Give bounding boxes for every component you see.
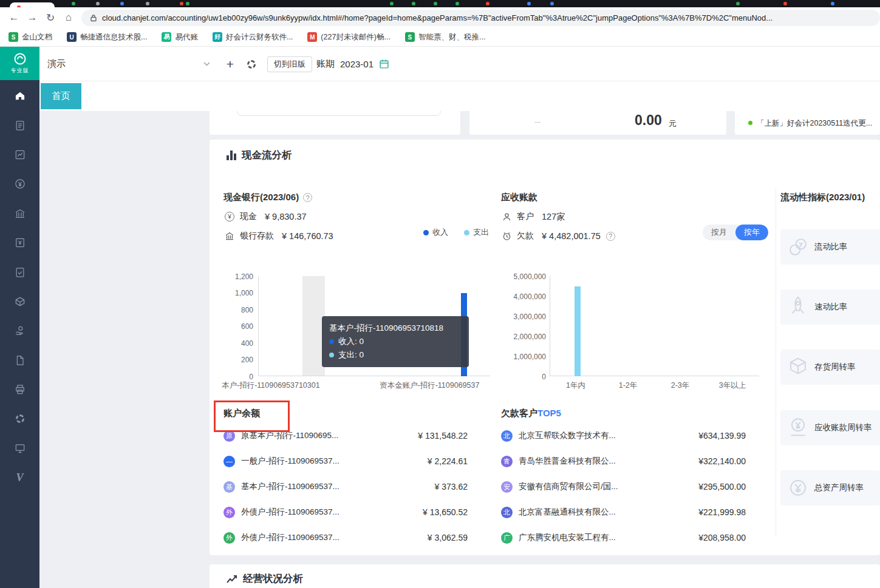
tab-favicon-dot[interactable] xyxy=(783,2,787,5)
chart-tooltip: 基本户-招行-110906953710818 收入: 0 支出: 0 xyxy=(322,316,469,367)
expense-dot-icon xyxy=(329,353,334,357)
sidebar-item-archive[interactable] xyxy=(0,346,39,375)
switch-old-version-button[interactable]: 切到旧版 xyxy=(267,56,312,72)
debtor-row[interactable]: 广 广东腾安机电安装工程有... ¥208,958.00 xyxy=(501,530,746,545)
brand-v-icon: V xyxy=(16,471,23,484)
y-axis-tick: 400 xyxy=(211,339,253,348)
bookmark-item[interactable]: M(227封未读邮件)畅... xyxy=(307,32,391,42)
reload-button[interactable]: ↻ xyxy=(41,12,60,24)
coins-icon xyxy=(785,234,811,260)
liquidity-item[interactable]: 速动比率 xyxy=(780,289,880,325)
cash-bank-title-text: 现金银行(2023/06) xyxy=(223,192,299,203)
aging-bar[interactable] xyxy=(575,286,581,376)
sidebar-item-inventory[interactable] xyxy=(0,287,39,316)
sidebar-item-funds[interactable] xyxy=(0,169,39,198)
debtor-row[interactable]: 青 青岛华胜普金科技有限公... ¥322,140.00 xyxy=(501,454,746,468)
sidebar-item-home[interactable] xyxy=(0,81,39,110)
tab-favicon-dot[interactable] xyxy=(186,2,189,5)
sidebar-item-salary[interactable] xyxy=(0,316,39,345)
add-account-set-button[interactable]: + xyxy=(220,47,240,81)
debtor-amount: ¥295,500.00 xyxy=(698,482,746,492)
sidebar-item-invoice[interactable] xyxy=(0,228,39,257)
legend-income[interactable]: 收入 xyxy=(423,227,448,238)
liquidity-item[interactable]: 流动比率 xyxy=(780,229,880,265)
debtor-amount: ¥634,139.99 xyxy=(698,431,746,441)
home-button[interactable]: ⌂ xyxy=(60,12,78,24)
tab-favicon-dot[interactable] xyxy=(831,2,834,5)
sidebar-item-voucher[interactable] xyxy=(0,110,39,140)
sidebar-item-asset[interactable] xyxy=(0,199,39,228)
back-button[interactable]: ← xyxy=(5,12,23,24)
account-row[interactable]: 基 基本户-招行-1109069537... ¥ 373.62 xyxy=(223,479,468,494)
tab-favicon-dot[interactable] xyxy=(486,2,489,5)
account-name: 基本户-招行-1109069537... xyxy=(241,481,435,492)
account-name: 外债户-招行-1109069537... xyxy=(241,532,428,543)
browser-tab-strip[interactable] xyxy=(0,0,880,7)
bookmark-item[interactable]: S智能票、财、税推... xyxy=(405,32,485,42)
sidebar-item-brand-v[interactable]: V xyxy=(0,463,39,492)
bank-icon xyxy=(225,231,234,241)
tab-favicon-dot[interactable] xyxy=(434,2,437,5)
account-row[interactable]: — 一般户-招行-1109069537... ¥ 2,224.61 xyxy=(223,454,468,468)
alarm-clock-icon xyxy=(502,232,511,241)
tab-favicon-dot[interactable] xyxy=(736,2,740,5)
url-text[interactable]: cloud.chanjet.com/accounting/uw1eb00zy96… xyxy=(102,13,773,22)
tab-favicon-dot[interactable] xyxy=(412,2,415,5)
tab-favicon-dot[interactable] xyxy=(455,2,459,5)
help-icon[interactable]: ? xyxy=(303,193,312,202)
calendar-icon[interactable] xyxy=(379,59,389,69)
bookmark-item[interactable]: U畅捷通信息技术股... xyxy=(67,32,147,42)
debtor-row[interactable]: 北 北京富基融通科技有限公... ¥221,999.98 xyxy=(501,505,746,519)
tooltip-expense: 支出: 0 xyxy=(338,350,364,359)
debtor-row[interactable]: 安 安徽有信商贸有限公司/国... ¥295,500.00 xyxy=(501,479,746,494)
cash-bank-title: 现金银行(2023/06) ? xyxy=(223,192,312,203)
browser-active-tab[interactable] xyxy=(10,2,55,7)
account-row[interactable]: 外 外债户-招行-1109069537... ¥ 3,062.59 xyxy=(223,530,468,545)
liquidity-item[interactable]: 总资产周转率 xyxy=(780,470,880,505)
tab-favicon-dot[interactable] xyxy=(180,2,183,5)
bookmark-item[interactable]: S金山文档 xyxy=(9,32,52,42)
tab-favicon-dot[interactable] xyxy=(550,2,554,5)
receivable-aging-chart[interactable] xyxy=(550,276,759,376)
annotation-highlight-box xyxy=(214,400,290,432)
sidebar-item-report[interactable] xyxy=(0,140,39,169)
tab-favicon-dot[interactable] xyxy=(120,2,124,5)
partial-card-middle: -- 0.00 元 xyxy=(469,111,726,135)
address-bar[interactable]: cloud.chanjet.com/accounting/uw1eb00zy96… xyxy=(81,10,880,26)
sidebar-item-monitor[interactable] xyxy=(0,434,39,463)
top5-title-highlight: TOP5 xyxy=(537,408,561,418)
tab-favicon-dot[interactable] xyxy=(72,2,75,5)
tab-favicon-dot[interactable] xyxy=(527,2,531,5)
tab-favicon-dot[interactable] xyxy=(96,2,100,5)
bookmark-label: 畅捷通信息技术股... xyxy=(80,32,147,42)
period-value[interactable]: 2023-01 xyxy=(340,59,373,69)
workspace-select[interactable]: 演示 xyxy=(47,47,210,81)
legend-expense[interactable]: 支出 xyxy=(464,227,489,238)
printer-icon xyxy=(14,384,26,396)
deposit-value: ¥ 146,760.73 xyxy=(282,231,333,241)
debtor-row[interactable]: 北 北京互帮联众数字技术有... ¥634,139.99 xyxy=(501,428,746,443)
liquidity-item[interactable]: 存货周转率 xyxy=(780,350,880,385)
news-item[interactable]: 「上新」好会计20230511迭代更... xyxy=(757,118,872,129)
cash-row: ¥ 现金 ¥ 9,830.37 xyxy=(225,210,307,223)
bookmark-item[interactable]: 好好会计云财务软件... xyxy=(213,32,293,42)
toggle-month[interactable]: 按月 xyxy=(703,225,735,240)
bookmark-item[interactable]: 易易代账 xyxy=(162,32,198,42)
liquidity-label: 总资产周转率 xyxy=(814,482,864,493)
liquidity-item[interactable]: 应收账款周转率 xyxy=(780,410,880,445)
tab-favicon-dot[interactable] xyxy=(390,2,394,5)
help-icon[interactable]: ? xyxy=(606,232,615,241)
tab-favicon-dot[interactable] xyxy=(146,2,149,5)
app-logo[interactable]: 专业版 xyxy=(0,47,39,80)
sidebar-item-printer[interactable] xyxy=(0,375,39,404)
account-row[interactable]: 外 外债户-招行-1109069537... ¥ 13,650.52 xyxy=(223,505,468,519)
settings-button[interactable] xyxy=(242,47,261,81)
income-dot-icon xyxy=(423,230,429,235)
tab-home[interactable]: 首页 xyxy=(41,83,81,109)
toggle-year[interactable]: 按年 xyxy=(735,225,768,240)
forward-button[interactable]: → xyxy=(23,12,41,24)
sidebar-item-settings[interactable] xyxy=(0,404,39,433)
sidebar-item-tax[interactable] xyxy=(0,257,39,286)
browser-toolbar: ← → ↻ ⌂ cloud.chanjet.com/accounting/uw1… xyxy=(0,7,880,28)
debtor-name: 青岛华胜普金科技有限公... xyxy=(519,456,698,467)
